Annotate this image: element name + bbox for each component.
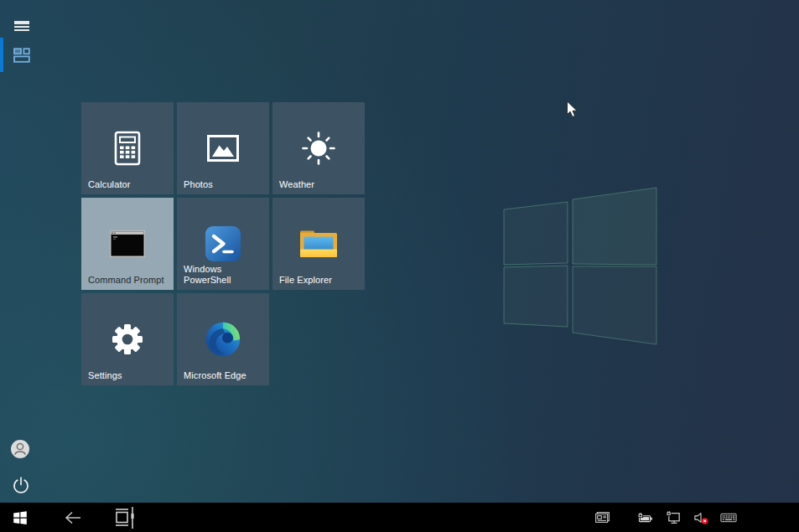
tray-touch-keyboard-button[interactable] xyxy=(715,503,742,532)
power-button[interactable] xyxy=(6,470,36,500)
tile-windows-powershell[interactable]: Windows PowerShell xyxy=(177,198,269,290)
task-view-button[interactable] xyxy=(108,503,142,532)
tray-news-button[interactable] xyxy=(589,503,616,532)
start-screen: Calculator Photos xyxy=(0,0,799,532)
hamburger-icon xyxy=(14,21,29,23)
wired-network-icon xyxy=(666,509,682,527)
pinned-tile-grid: Calculator Photos xyxy=(81,102,365,385)
tile-calculator[interactable]: Calculator xyxy=(81,102,174,194)
tray-volume-button[interactable] xyxy=(687,503,714,532)
tile-label: Weather xyxy=(279,179,358,190)
sidebar-item-pinned-tiles[interactable] xyxy=(7,40,37,70)
news-icon xyxy=(594,508,611,528)
task-view-icon xyxy=(114,506,136,529)
user-account-button[interactable] xyxy=(5,434,35,464)
tile-photos[interactable]: Photos xyxy=(177,102,269,194)
user-avatar-icon xyxy=(10,439,30,459)
power-icon xyxy=(12,476,30,494)
active-item-accent-bar xyxy=(0,38,3,72)
tile-settings[interactable]: Settings xyxy=(81,293,174,385)
tile-weather[interactable]: Weather xyxy=(272,102,365,194)
tile-label: Calculator xyxy=(88,179,167,190)
tile-label: Photos xyxy=(184,179,262,190)
start-button[interactable] xyxy=(3,503,37,532)
back-button[interactable] xyxy=(56,503,90,532)
tile-label: Settings xyxy=(88,370,167,381)
tile-label: File Explorer xyxy=(279,275,358,286)
back-arrow-icon xyxy=(64,510,82,525)
tray-battery-button[interactable] xyxy=(631,503,658,532)
battery-charging-icon xyxy=(636,509,653,526)
taskbar xyxy=(0,503,799,532)
pinned-tiles-icon xyxy=(13,48,31,63)
start-menu-button[interactable] xyxy=(7,7,37,37)
tile-file-explorer[interactable]: File Explorer xyxy=(272,198,365,290)
tile-command-prompt[interactable]: Command Prompt xyxy=(81,198,174,290)
mouse-cursor-icon xyxy=(566,101,578,119)
tile-microsoft-edge[interactable]: Microsoft Edge xyxy=(177,293,269,385)
volume-muted-icon xyxy=(693,508,709,528)
tile-label: Windows PowerShell xyxy=(184,264,262,286)
tray-network-button[interactable] xyxy=(661,503,687,532)
touch-keyboard-icon xyxy=(720,509,737,526)
tile-label: Microsoft Edge xyxy=(184,370,262,381)
tile-label: Command Prompt xyxy=(88,275,167,286)
windows-logo-icon xyxy=(13,510,28,525)
